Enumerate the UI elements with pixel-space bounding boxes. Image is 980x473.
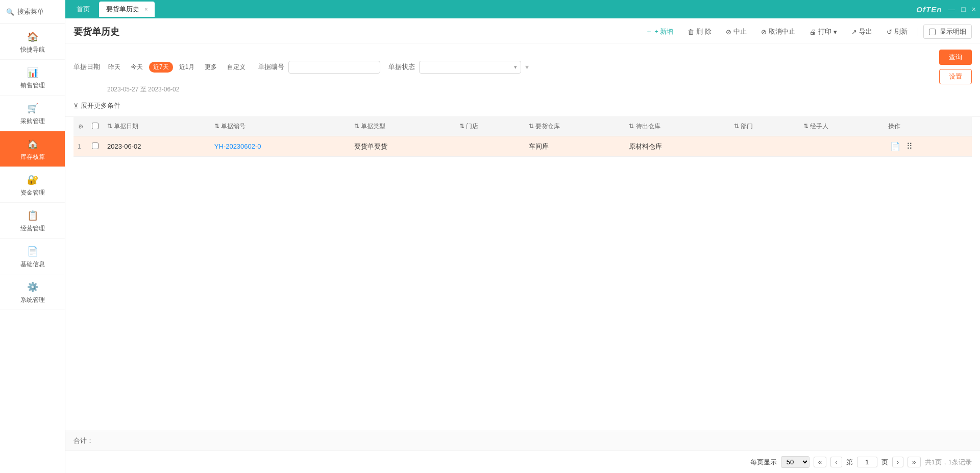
requisition-table: ⚙ ⇅ 单据日期 ⇅ 单据编号 [74, 117, 972, 157]
date-shortcuts: 昨天 今天 近7天 近1月 更多 自定义 [104, 62, 250, 73]
export-icon: ↗ [851, 28, 857, 36]
recent7-btn[interactable]: 近7天 [149, 62, 173, 73]
table-area: ⚙ ⇅ 单据日期 ⇅ 单据编号 [65, 117, 980, 431]
sidebar-item-operations-mgmt[interactable]: 📋 经营管理 [0, 203, 65, 239]
delete-label: 删 除 [696, 27, 712, 36]
sidebar-item-inventory-calc[interactable]: 🏠 库存核算 [0, 131, 65, 167]
th-doc-no: ⇅ 单据编号 [210, 117, 350, 136]
sidebar-item-sales-mgmt[interactable]: 📊 销售管理 [0, 60, 65, 96]
sidebar-item-quick-nav[interactable]: 🏠 快捷导航 [0, 24, 65, 60]
new-button[interactable]: ＋ + 新增 [641, 25, 678, 39]
sidebar-item-label: 资金管理 [20, 188, 45, 197]
td-row-num: 1 [74, 136, 88, 157]
doc-no-label: 单据编号 [258, 62, 284, 72]
cancel-stop-button[interactable]: ⊘ 取消中止 [756, 25, 800, 39]
doc-no-link[interactable]: YH-20230602-0 [214, 143, 261, 150]
status-select-wrapper [419, 61, 521, 74]
th-req-warehouse: ⇅ 要货仓库 [525, 117, 625, 136]
main-area: 首页 要货单历史 × OfTEn — □ × 要货单历史 ＋ + 新增 [65, 0, 980, 473]
refresh-icon: ↺ [887, 28, 892, 36]
row-view-btn[interactable]: 📄 [888, 140, 902, 152]
window-close-btn[interactable]: × [972, 5, 976, 13]
table-row[interactable]: 1 2023-06-02 YH-20230602-0 要货单要货 车间库 原材料… [74, 136, 972, 157]
stop-label: 中止 [733, 27, 747, 36]
today-btn[interactable]: 今天 [127, 62, 147, 73]
filter-second-row: ⊻ 展开更多条件 [74, 97, 972, 110]
more-btn[interactable]: 更多 [201, 62, 221, 73]
purchase-icon: 🛒 [27, 103, 38, 114]
tab-requisition-history[interactable]: 要货单历史 × [99, 2, 155, 17]
th-handler-label: 经手人 [810, 123, 828, 130]
tab-requisition-label: 要货单历史 [106, 5, 139, 14]
settings-gear-icon[interactable]: ⚙ [78, 123, 84, 130]
td-department [730, 136, 799, 157]
th-checkbox [88, 117, 103, 136]
brand-label: OfTEn [916, 5, 942, 14]
yesterday-btn[interactable]: 昨天 [104, 62, 125, 73]
toolbar: ＋ + 新增 🗑 删 除 ⊘ 中止 ⊘ 取消中止 🖨 打印 [641, 25, 972, 39]
tab-home[interactable]: 首页 [69, 2, 97, 17]
sidebar-item-finance-mgmt[interactable]: 🔐 资金管理 [0, 167, 65, 203]
td-handler [799, 136, 884, 157]
summary-label: 合计： [74, 437, 93, 444]
total-info: 共1页，1条记录 [925, 458, 972, 467]
first-page-btn[interactable]: « [814, 457, 826, 467]
window-minimize-btn[interactable]: — [948, 5, 955, 13]
th-actions: 操作 [884, 117, 972, 136]
sidebar-item-label: 基础信息 [20, 260, 45, 269]
refresh-button[interactable]: ↺ 刷新 [881, 25, 913, 39]
th-pending-warehouse: ⇅ 待出仓库 [625, 117, 730, 136]
th-pending-warehouse-sort-icon: ⇅ [629, 123, 634, 130]
sidebar-item-label: 库存核算 [20, 153, 45, 161]
show-detail-toggle[interactable]: 显示明细 [923, 25, 972, 39]
last-page-btn[interactable]: » [908, 457, 920, 467]
row-checkbox[interactable] [92, 143, 99, 149]
date-filter-label: 单据日期 [74, 62, 100, 72]
th-pending-warehouse-label: 待出仓库 [636, 123, 660, 130]
td-doc-no: YH-20230602-0 [210, 136, 350, 157]
export-button[interactable]: ↗ 导出 [846, 25, 877, 39]
status-select[interactable] [419, 61, 521, 74]
page-label: 第 [846, 458, 853, 467]
print-button[interactable]: 🖨 打印 ▾ [804, 25, 842, 39]
th-department-label: 部门 [741, 123, 753, 130]
row-num: 1 [78, 143, 81, 150]
query-button[interactable]: 查询 [939, 50, 972, 65]
system-icon: ⚙️ [27, 281, 38, 293]
settings-button[interactable]: 设置 [939, 69, 972, 84]
th-doc-date: ⇅ 单据日期 [103, 117, 210, 136]
th-req-warehouse-label: 要货仓库 [535, 123, 560, 130]
td-checkbox [88, 136, 103, 157]
td-store [455, 136, 525, 157]
window-maximize-btn[interactable]: □ [961, 5, 965, 13]
next-page-btn[interactable]: › [892, 457, 903, 467]
th-settings[interactable]: ⚙ [74, 117, 88, 136]
sidebar-item-basic-info[interactable]: 📄 基础信息 [0, 239, 65, 274]
page-title: 要货单历史 [74, 26, 119, 38]
custom-btn[interactable]: 自定义 [223, 62, 250, 73]
delete-button[interactable]: 🗑 删 除 [682, 25, 717, 39]
stop-button[interactable]: ⊘ 中止 [721, 25, 752, 39]
expand-more-btn[interactable]: ⊻ 展开更多条件 [74, 101, 120, 110]
prev-page-btn[interactable]: ‹ [830, 457, 842, 467]
sidebar-item-purchase-mgmt[interactable]: 🛒 采购管理 [0, 96, 65, 131]
table-header-row: ⚙ ⇅ 单据日期 ⇅ 单据编号 [74, 117, 972, 136]
page-input[interactable] [857, 457, 877, 467]
tab-close-icon[interactable]: × [144, 6, 148, 12]
per-page-select[interactable]: 50 100 200 [781, 456, 810, 468]
print-icon: 🖨 [810, 28, 816, 36]
pagination: 每页显示 50 100 200 « ‹ 第 页 › » 共1页，1条记录 [65, 451, 980, 473]
recent-month-btn[interactable]: 近1月 [175, 62, 199, 73]
sidebar-search[interactable]: 🔍 搜索菜单 [0, 0, 65, 24]
row-more-btn[interactable]: ⠿ [904, 140, 915, 152]
finance-icon: 🔐 [27, 174, 38, 185]
sidebar-item-system-mgmt[interactable]: ⚙️ 系统管理 [0, 274, 65, 310]
status-dropdown-arrow: ▾ [525, 63, 529, 71]
select-all-checkbox[interactable] [92, 123, 99, 129]
show-detail-checkbox[interactable] [929, 29, 936, 35]
sidebar-item-label: 经营管理 [20, 224, 45, 233]
sidebar-item-label: 销售管理 [20, 81, 45, 90]
td-doc-type: 要货单要货 [350, 136, 455, 157]
stop-icon: ⊘ [726, 28, 731, 36]
doc-no-input[interactable] [288, 61, 380, 74]
